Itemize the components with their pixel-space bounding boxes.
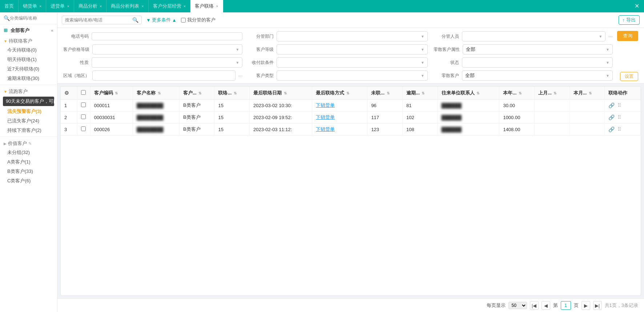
action-menu-icon[interactable]: ⠿: [617, 126, 621, 132]
filter-more-conditions[interactable]: ▼ 更多条件 ▲: [146, 17, 177, 23]
sidebar-item-a-class[interactable]: A类客户(1): [0, 157, 57, 167]
filter-label-manager: 分管人员: [434, 33, 459, 40]
filter-label-retail: 零散客户: [434, 73, 459, 79]
filter-row-phone: 电话号码: [63, 31, 242, 42]
query-button[interactable]: 查询: [617, 31, 638, 41]
table-row[interactable]: 3 000026 ████████ B类客户 15 2023-02-03 11:…: [61, 123, 641, 135]
filter-select-status[interactable]: ▼: [462, 57, 613, 68]
my-customers-check[interactable]: [181, 18, 186, 23]
cell-contact: 15: [214, 123, 250, 135]
filter-search-input[interactable]: [65, 17, 132, 23]
dropdown-icon-4: ▼: [421, 48, 424, 52]
tab-sales[interactable]: 销货单 ×: [19, 0, 46, 12]
sidebar-group-pending-contact[interactable]: ▼ 待联络客户: [0, 36, 57, 45]
close-tab-sales[interactable]: ×: [39, 4, 41, 8]
sidebar-item-churn-predict[interactable]: 流失预警客户(3): [0, 107, 57, 116]
filter-select-dept[interactable]: ▼: [277, 31, 427, 41]
next-page-button[interactable]: ▶: [581, 301, 590, 310]
gear-settings-icon[interactable]: ⚙: [64, 90, 69, 96]
sidebar: 🔍 ⊞ 全部客户 « ▼ 待联络客户 今天待联络(0) 明天待联络(1) 近7天…: [0, 12, 57, 312]
sidebar-item-already-churn[interactable]: 已流失客户(24): [0, 116, 57, 126]
filter-select-retail-attr[interactable]: 全部 ▼: [463, 44, 613, 54]
close-tab-customer-layer[interactable]: ×: [184, 4, 186, 8]
sidebar-item-c-class[interactable]: C类客户(6): [0, 176, 57, 186]
action-link-icon[interactable]: 🔗: [608, 102, 615, 108]
action-link-icon[interactable]: 🔗: [608, 126, 615, 132]
dropdown-icon-6: ▼: [236, 61, 239, 65]
filter-select-retail[interactable]: 全部 ▼: [462, 70, 613, 81]
filter-select-region[interactable]: [92, 70, 236, 81]
filter-select-price-level[interactable]: ▼: [92, 44, 242, 54]
row-checkbox[interactable]: [81, 102, 86, 107]
filter-search-icon[interactable]: 🔍: [132, 17, 138, 23]
table-body: 1 000011 ████████ B类客户 15 2023-03-02 10:…: [61, 100, 641, 135]
settings-button[interactable]: 设置: [620, 72, 638, 81]
edit-value-group-icon[interactable]: ✎: [28, 141, 32, 146]
tab-product-analysis[interactable]: 商品分析 ×: [74, 0, 106, 12]
filter-select-payment[interactable]: ▼: [277, 57, 427, 68]
select-all-checkbox[interactable]: [81, 90, 86, 95]
sort-type-icon: ⇅: [198, 91, 201, 95]
sidebar-item-unsorted[interactable]: 未分组(32): [0, 148, 57, 157]
sidebar-divider-2: [0, 137, 57, 137]
table-wrapper: ⚙ 客户编码 ⇅ 客户名称 ⇅: [61, 87, 641, 295]
current-page-input[interactable]: [561, 301, 571, 310]
cell-this-month: [569, 123, 605, 135]
cell-action: 🔗 ⠿: [605, 123, 641, 135]
cell-action: 🔗 ⠿: [605, 112, 641, 123]
tab-home[interactable]: 首页: [0, 0, 19, 12]
row-checkbox[interactable]: [81, 126, 86, 131]
filter-select-customer-level[interactable]: ▼: [277, 44, 427, 54]
filter-row-retail: 零散客户 全部 ▼: [434, 70, 613, 81]
sort-uncontacted-icon: ⇅: [387, 91, 390, 95]
sidebar-item-b-class[interactable]: B类客户(33): [0, 167, 57, 176]
filter-icon: ▼: [146, 17, 151, 23]
table-row[interactable]: 1 000011 ████████ B类客户 15 2023-03-02 10:…: [61, 100, 641, 112]
my-customers-checkbox[interactable]: 我分管的客户: [181, 17, 216, 23]
last-page-button[interactable]: ▶|: [593, 301, 602, 310]
row-checkbox[interactable]: [81, 114, 86, 119]
sidebar-group-value[interactable]: ▶ 价值客户 ✎: [0, 138, 57, 148]
sidebar-item-week[interactable]: 近7天待联络(0): [0, 64, 57, 74]
content-area: 🔍 ▼ 更多条件 ▲ 我分管的客户 ↑ 导出 电话号码: [57, 12, 644, 312]
sidebar-item-tomorrow[interactable]: 明天待联络(1): [0, 55, 57, 64]
filter-select-customer-type[interactable]: ▼: [277, 70, 427, 81]
sidebar-item-today[interactable]: 今天待联络(0): [0, 45, 57, 55]
first-page-button[interactable]: |◀: [530, 301, 539, 310]
close-tab-customer-contact[interactable]: ×: [216, 4, 218, 8]
close-tab-product-analysis[interactable]: ×: [100, 4, 102, 8]
sidebar-item-downtrend[interactable]: 持续下滑客户(2): [0, 126, 57, 135]
prev-page-button[interactable]: ◀: [542, 301, 550, 310]
cell-last-contact-method: 下销货单: [312, 100, 367, 112]
export-button[interactable]: ↑ 导出: [619, 15, 640, 25]
per-page-select[interactable]: 50 100 200: [508, 302, 527, 309]
action-menu-icon[interactable]: ⠿: [617, 114, 621, 120]
filter-label-phone: 电话号码: [63, 33, 89, 40]
filter-label-price-level: 客户价格等级: [63, 46, 89, 53]
close-tab-purchase[interactable]: ×: [67, 4, 69, 8]
filter-input-phone[interactable]: [92, 32, 242, 40]
window-close-button[interactable]: ✕: [629, 0, 644, 12]
tab-customer-contact[interactable]: 客户联络 ×: [190, 0, 223, 12]
filter-select-manager[interactable]: ▼: [462, 31, 606, 41]
action-link-icon[interactable]: 🔗: [608, 114, 615, 120]
filter-label-customer-level: 客户等级: [248, 46, 274, 53]
cell-last-contact-method: 下销货单: [312, 123, 367, 135]
table-row[interactable]: 2 00030031 ████████ B类客户 15 2023-02-09 1…: [61, 112, 641, 123]
tab-customer-layer[interactable]: 客户分层经营 ×: [149, 0, 190, 12]
close-tab-product-analysis-list[interactable]: ×: [141, 4, 144, 8]
cell-overdue: 81: [402, 100, 438, 112]
action-menu-icon[interactable]: ⠿: [617, 102, 621, 108]
sidebar-all-customers[interactable]: ⊞ 全部客户 «: [0, 24, 57, 36]
dropdown-icon-5: ▼: [606, 48, 609, 52]
tab-purchase[interactable]: 进货单 ×: [46, 0, 74, 12]
filter-more-icon[interactable]: ···: [608, 33, 613, 39]
filter-select-nature[interactable]: ▼: [92, 57, 242, 68]
filter-region-more[interactable]: ···: [238, 73, 243, 78]
sidebar-search-input[interactable]: [10, 16, 57, 21]
sidebar-group-churn[interactable]: ▼ 流跑客户: [0, 86, 57, 96]
cell-name: ████████: [133, 123, 179, 135]
tab-product-analysis-list[interactable]: 商品分析列表 ×: [106, 0, 148, 12]
filter-row-payment: 收付款条件 ▼: [248, 57, 427, 68]
sidebar-item-overdue[interactable]: 逾期未联络(30): [0, 74, 57, 83]
